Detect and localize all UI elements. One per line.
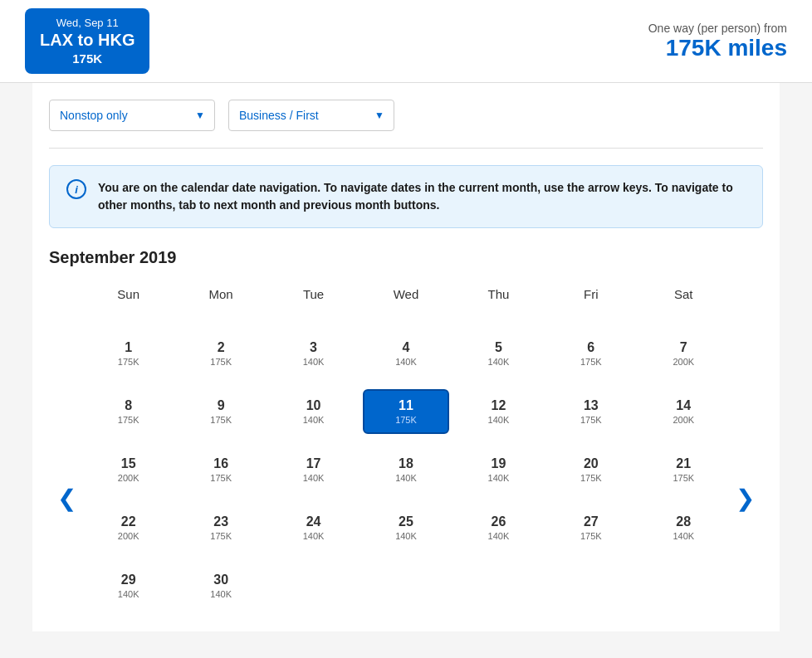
day-cell[interactable]: 26140K: [456, 505, 541, 550]
calendar-week-row: 29140K30140K: [82, 557, 730, 615]
day-cell[interactable]: 17140K: [271, 447, 356, 492]
day-cell[interactable]: 24140K: [271, 505, 356, 550]
day-number: 11: [399, 398, 413, 413]
day-cell[interactable]: 29140K: [86, 563, 171, 608]
day-price: 140K: [303, 531, 325, 541]
day-price: 140K: [395, 357, 417, 367]
day-number: 24: [306, 514, 321, 529]
day-number: 18: [399, 456, 413, 471]
info-text: You are on the calendar date navigation.…: [98, 179, 746, 214]
calendar-cell: [545, 311, 637, 324]
day-number: 13: [584, 398, 599, 413]
day-price: 140K: [395, 473, 417, 483]
calendar-cell: [174, 311, 267, 324]
calendar-cell: 15200K: [82, 441, 174, 499]
next-month-button[interactable]: ❯: [727, 475, 763, 519]
flight-route: LAX to HKG: [40, 31, 135, 50]
day-number: 3: [310, 340, 317, 355]
day-number: 2: [218, 340, 225, 355]
calendar-cell: 13175K: [545, 383, 637, 441]
calendar-cell: 30140K: [174, 557, 267, 615]
day-cell[interactable]: 5140K: [456, 331, 541, 376]
day-cell[interactable]: 23175K: [178, 505, 263, 550]
price-summary: One way (per person) from 175K miles: [648, 22, 787, 61]
calendar-cell: [452, 557, 545, 615]
day-price: 140K: [303, 415, 325, 425]
day-cell[interactable]: 18140K: [363, 447, 448, 492]
day-cell[interactable]: 7200K: [641, 331, 726, 376]
cabin-filter-wrapper: Business / First Economy First ▼: [228, 100, 394, 131]
calendar-cell: 26140K: [452, 499, 545, 557]
calendar-day-header: Fri: [545, 280, 637, 311]
day-number: 12: [492, 398, 506, 413]
calendar-cell: 18140K: [360, 441, 452, 499]
day-cell[interactable]: 15200K: [86, 447, 171, 492]
calendar-cell: 23175K: [174, 499, 267, 557]
day-cell[interactable]: 9175K: [178, 389, 263, 434]
day-cell[interactable]: 12140K: [456, 389, 541, 434]
day-number: 17: [306, 456, 321, 471]
day-price: 175K: [580, 357, 602, 367]
day-price: 140K: [395, 531, 417, 541]
prev-month-button[interactable]: ❮: [49, 475, 85, 519]
main-content: Nonstop only All flights ▼ Business / Fi…: [32, 83, 780, 631]
calendar-cell: 11175K: [360, 383, 452, 441]
day-cell[interactable]: 10140K: [271, 389, 356, 434]
day-number: 26: [492, 514, 506, 529]
day-cell[interactable]: 8175K: [86, 389, 171, 434]
day-cell[interactable]: 2175K: [178, 331, 263, 376]
flight-miles: 175K: [40, 51, 135, 66]
calendar-cell: 25140K: [360, 499, 452, 557]
day-cell[interactable]: 20175K: [548, 447, 633, 492]
calendar-cell: 7200K: [638, 324, 730, 383]
day-cell[interactable]: 4140K: [363, 331, 448, 376]
flight-date: Wed, Sep 11: [40, 17, 135, 29]
day-cell[interactable]: 21175K: [641, 447, 726, 492]
day-cell[interactable]: 11175K: [363, 389, 448, 434]
calendar-cell: 6175K: [545, 324, 637, 383]
calendar-cell: [360, 557, 452, 615]
calendar-cell: 20175K: [545, 441, 637, 499]
calendar-cell: 29140K: [82, 557, 174, 615]
day-price: 175K: [210, 357, 232, 367]
calendar-cell: [360, 311, 452, 324]
day-price: 200K: [118, 473, 139, 483]
day-number: 9: [218, 398, 225, 413]
day-cell[interactable]: 25140K: [363, 505, 448, 550]
calendar-cell: 17140K: [267, 441, 360, 499]
calendar-cell: 24140K: [267, 499, 360, 557]
calendar-cell: 10140K: [267, 383, 360, 441]
stops-filter[interactable]: Nonstop only All flights: [49, 100, 215, 131]
stops-filter-wrapper: Nonstop only All flights ▼: [49, 100, 215, 131]
day-cell[interactable]: 6175K: [548, 331, 633, 376]
day-cell[interactable]: 16175K: [178, 447, 263, 492]
day-cell[interactable]: 19140K: [456, 447, 541, 492]
cabin-filter[interactable]: Business / First Economy First: [228, 100, 394, 131]
day-cell[interactable]: 3140K: [271, 331, 356, 376]
day-cell[interactable]: 22200K: [86, 505, 171, 550]
calendar-cell: 21175K: [638, 441, 730, 499]
day-price: 175K: [580, 473, 602, 483]
day-cell[interactable]: 1175K: [86, 331, 171, 376]
calendar-outer-wrapper: ❮ SunMonTueWedThuFriSat 1175K2175K3140K4…: [49, 280, 763, 615]
day-cell[interactable]: 13175K: [548, 389, 633, 434]
day-number: 27: [584, 514, 599, 529]
day-price: 140K: [488, 473, 510, 483]
calendar-cell: 16175K: [174, 441, 267, 499]
info-icon: i: [66, 179, 86, 199]
calendar-cell: 9175K: [174, 383, 267, 441]
calendar-week-row: 22200K23175K24140K25140K26140K27175K2814…: [82, 499, 730, 557]
day-price: 175K: [210, 415, 232, 425]
day-price: 140K: [488, 357, 510, 367]
calendar-month-title: September 2019: [49, 248, 763, 267]
day-cell[interactable]: 28140K: [641, 505, 726, 550]
day-cell[interactable]: 27175K: [548, 505, 633, 550]
day-number: 7: [680, 340, 687, 355]
calendar-cell: 12140K: [452, 383, 545, 441]
day-cell[interactable]: 14200K: [641, 389, 726, 434]
calendar-cell: [452, 311, 545, 324]
calendar-week-row: 8175K9175K10140K11175K12140K13175K14200K: [82, 383, 730, 441]
calendar-day-header: Mon: [174, 280, 267, 311]
day-cell[interactable]: 30140K: [178, 563, 263, 608]
day-price: 140K: [673, 531, 694, 541]
